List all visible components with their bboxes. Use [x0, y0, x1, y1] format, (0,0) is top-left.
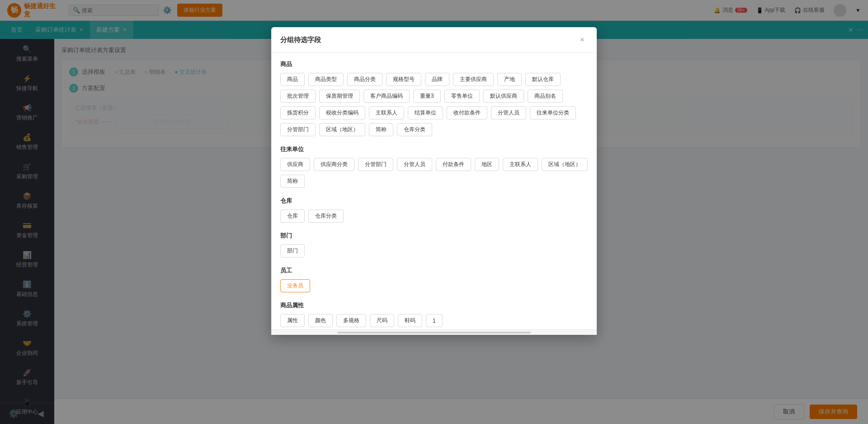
field-tag-custom1[interactable]: 1: [426, 314, 443, 327]
field-tag-warehouse-category[interactable]: 仓库分类: [308, 210, 344, 223]
modal-hscrollbar[interactable]: [271, 329, 597, 335]
field-tag-partner-manager[interactable]: 分管人员: [397, 158, 432, 171]
field-tags-product: 商品 商品类型 商品分类 规格型号 品牌 主要供应商 产地 默认仓库 批次管理 …: [280, 73, 588, 136]
field-tag-product[interactable]: 商品: [280, 73, 305, 86]
field-tags-warehouse: 仓库 仓库分类: [280, 210, 588, 223]
field-group-product: 商品 商品 商品类型 商品分类 规格型号 品牌 主要供应商 产地 默认仓库 批次…: [280, 60, 588, 136]
field-tag-attr[interactable]: 属性: [280, 314, 305, 327]
modal-close-button[interactable]: ×: [577, 34, 588, 45]
field-tag-main-contact[interactable]: 主联系人: [369, 106, 404, 119]
field-tag-spec-model[interactable]: 规格型号: [386, 73, 421, 86]
field-tag-salesperson[interactable]: 业务员: [280, 279, 310, 292]
field-tag-supplier[interactable]: 供应商: [280, 158, 310, 171]
field-tag-color[interactable]: 颜色: [308, 314, 333, 327]
field-group-dept-title: 部门: [280, 232, 588, 240]
field-tag-weight[interactable]: 重量3: [413, 90, 441, 103]
field-tag-product-alias[interactable]: 商品别名: [528, 90, 563, 103]
field-group-employee-title: 员工: [280, 267, 588, 275]
field-tag-expiry-mgmt[interactable]: 保质期管理: [319, 90, 360, 103]
modal-overlay: 分组待选字段 × 商品 商品 商品类型 商品分类 规格型号 品牌 主要供应商 产…: [0, 0, 868, 424]
field-tag-supplier-cat[interactable]: 供应商分类: [314, 158, 354, 171]
field-tags-employee: 业务员: [280, 279, 588, 292]
field-tag-shoe-size[interactable]: 鞋码: [398, 314, 422, 327]
field-group-dept: 部门 部门: [280, 232, 588, 257]
field-tag-payment-terms[interactable]: 收付款条件: [447, 106, 487, 119]
field-group-warehouse-title: 仓库: [280, 197, 588, 205]
modal: 分组待选字段 × 商品 商品 商品类型 商品分类 规格型号 品牌 主要供应商 产…: [271, 27, 597, 335]
field-tag-manager[interactable]: 分管人员: [491, 106, 526, 119]
field-tag-brand[interactable]: 品牌: [425, 73, 449, 86]
field-tags-product-attr: 属性 颜色 多规格 尺码 鞋码 1: [280, 314, 588, 327]
field-tag-main-supplier[interactable]: 主要供应商: [453, 73, 494, 86]
modal-title: 分组待选字段: [280, 36, 321, 44]
field-group-product-attr-title: 商品属性: [280, 301, 588, 310]
field-tags-partner: 供应商 供应商分类 分管部门 分管人员 付款条件 地区 主联系人 区域（地区） …: [280, 158, 588, 188]
field-tag-payment-cond[interactable]: 付款条件: [436, 158, 471, 171]
modal-body[interactable]: 商品 商品 商品类型 商品分类 规格型号 品牌 主要供应商 产地 默认仓库 批次…: [271, 53, 597, 329]
field-tag-region[interactable]: 区域（地区）: [319, 123, 365, 136]
field-tag-tax-code[interactable]: 税收分类编码: [319, 106, 365, 119]
field-tag-dept[interactable]: 分管部门: [280, 123, 316, 136]
field-group-warehouse: 仓库 仓库 仓库分类: [280, 197, 588, 223]
field-tag-partner-short[interactable]: 简称: [280, 175, 305, 188]
field-tag-retail-unit[interactable]: 零售单位: [444, 90, 480, 103]
field-tag-pick-points[interactable]: 拣货积分: [280, 106, 316, 119]
field-tags-dept: 部门: [280, 244, 588, 257]
field-group-partner-title: 往来单位: [280, 145, 588, 153]
field-tag-size[interactable]: 尺码: [370, 314, 394, 327]
field-tag-department[interactable]: 部门: [280, 244, 305, 257]
field-tag-default-supplier[interactable]: 默认供应商: [483, 90, 524, 103]
field-tag-partner-dept[interactable]: 分管部门: [358, 158, 393, 171]
field-tag-product-type[interactable]: 商品类型: [308, 73, 344, 86]
field-tag-default-warehouse[interactable]: 默认仓库: [525, 73, 561, 86]
field-tag-short-name[interactable]: 简称: [369, 123, 393, 136]
field-group-employee: 员工 业务员: [280, 267, 588, 292]
field-group-partner: 往来单位 供应商 供应商分类 分管部门 分管人员 付款条件 地区 主联系人 区域…: [280, 145, 588, 188]
field-tag-customer-code[interactable]: 客户商品编码: [363, 90, 410, 103]
field-group-product-title: 商品: [280, 60, 588, 68]
field-tag-batch-mgmt[interactable]: 批次管理: [280, 90, 316, 103]
field-tag-settlement-unit[interactable]: 结算单位: [408, 106, 443, 119]
field-tag-warehouse-cat[interactable]: 仓库分类: [397, 123, 432, 136]
field-tag-product-category[interactable]: 商品分类: [347, 73, 382, 86]
field-tag-partner-region[interactable]: 区域（地区）: [542, 158, 588, 171]
field-tag-area[interactable]: 地区: [475, 158, 499, 171]
field-tag-warehouse[interactable]: 仓库: [280, 210, 305, 223]
field-tag-origin[interactable]: 产地: [497, 73, 522, 86]
field-tag-multi-spec[interactable]: 多规格: [336, 314, 366, 327]
modal-header: 分组待选字段 ×: [271, 27, 597, 53]
field-tag-partner-contact[interactable]: 主联系人: [503, 158, 538, 171]
field-tag-partner-type[interactable]: 往来单位分类: [530, 106, 576, 119]
field-group-product-attr: 商品属性 属性 颜色 多规格 尺码 鞋码 1: [280, 301, 588, 327]
